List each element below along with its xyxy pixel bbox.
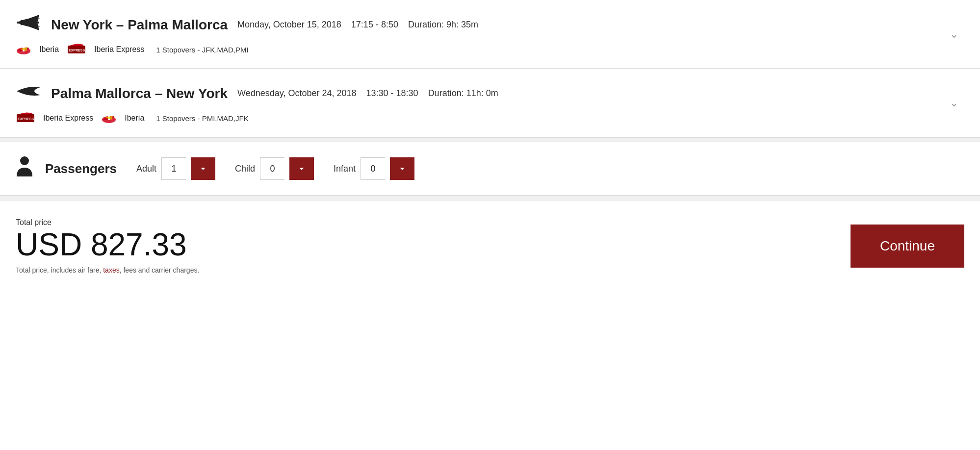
flight-airlines-row-2: EXPRESS Iberia Express Iberia 1 Stopover… [16,111,944,125]
flight-row-2: Palma Mallorca – New York Wednesday, Oct… [0,69,980,137]
infant-count: 0 [361,157,385,180]
price-section: Total price USD 827.33 Total price, incl… [0,200,980,292]
price-left: Total price USD 827.33 Total price, incl… [16,218,199,274]
iberia-express-logo-1: EXPRESS [67,43,86,56]
adult-dropdown-button[interactable] [191,157,215,180]
svg-point-9 [20,156,29,165]
flight-time-1: 17:15 - 8:50 [351,20,398,30]
iberia-express-logo-2: EXPRESS [16,111,35,125]
disclaimer-pre: Total price, includes air fare, [16,266,103,274]
flight-duration-2: Duration: 11h: 0m [428,88,498,99]
flight-info-2: Palma Mallorca – New York Wednesday, Oct… [16,80,944,125]
adult-count: 1 [161,157,186,180]
svg-text:EXPRESS: EXPRESS [18,117,34,121]
price-disclaimer: Total price, includes air fare, taxes, f… [16,266,199,274]
passengers-section: Passengers Adult 1 Child 0 Infant 0 [0,142,980,196]
adult-group: Adult 1 [136,157,215,180]
separator [0,137,980,142]
svg-text:EXPRESS: EXPRESS [69,49,85,52]
iberia-express-label-1: Iberia Express [94,45,144,54]
flight-route-1: New York – Palma Mallorca [51,17,228,33]
child-count: 0 [260,157,284,180]
flight-2-expand-icon[interactable]: ⌄ [944,93,964,113]
flight-1-expand-icon[interactable]: ⌄ [944,24,964,45]
separator-2 [0,196,980,200]
plane-icon-1 [16,12,41,38]
infant-group: Infant 0 [334,157,414,180]
flight-main-row-2: Palma Mallorca – New York Wednesday, Oct… [16,80,944,106]
iberia-label-1: Iberia [39,45,59,54]
flight-date-2: Wednesday, October 24, 2018 [237,88,357,99]
iberia-label-2: Iberia [125,114,144,123]
flight-info-1: New York – Palma Mallorca Monday, Octobe… [16,12,944,56]
taxes-link[interactable]: taxes [103,266,119,274]
continue-button[interactable]: Continue [851,225,964,268]
infant-dropdown-button[interactable] [390,157,414,180]
flight-duration-1: Duration: 9h: 35m [408,20,478,30]
total-price-value: USD 827.33 [16,229,199,260]
flight-date-1: Monday, October 15, 2018 [237,20,341,30]
flight-airlines-row-1: Iberia EXPRESS Iberia Express 1 Stopover… [16,43,944,56]
flight-row-1: New York – Palma Mallorca Monday, Octobe… [0,0,980,69]
adult-label: Adult [136,164,156,174]
flight-main-row-1: New York – Palma Mallorca Monday, Octobe… [16,12,944,38]
iberia-logo-2 [101,113,117,124]
total-price-label: Total price [16,218,199,227]
stopovers-2: 1 Stopovers - PMI,MAD,JFK [156,114,248,123]
stopovers-1: 1 Stopovers - JFK,MAD,PMI [156,46,248,54]
child-dropdown-button[interactable] [289,157,314,180]
flight-route-2: Palma Mallorca – New York [51,86,228,101]
disclaimer-post: , fees and carrier charges. [120,266,200,274]
iberia-express-label-2: Iberia Express [43,114,93,123]
flight-time-2: 13:30 - 18:30 [366,88,418,99]
passengers-label: Passengers [45,161,117,176]
infant-label: Infant [334,164,356,174]
plane-icon-2 [16,80,41,106]
iberia-logo-1 [16,44,31,55]
child-label: Child [235,164,255,174]
child-group: Child 0 [235,157,314,180]
passenger-icon [16,156,33,181]
